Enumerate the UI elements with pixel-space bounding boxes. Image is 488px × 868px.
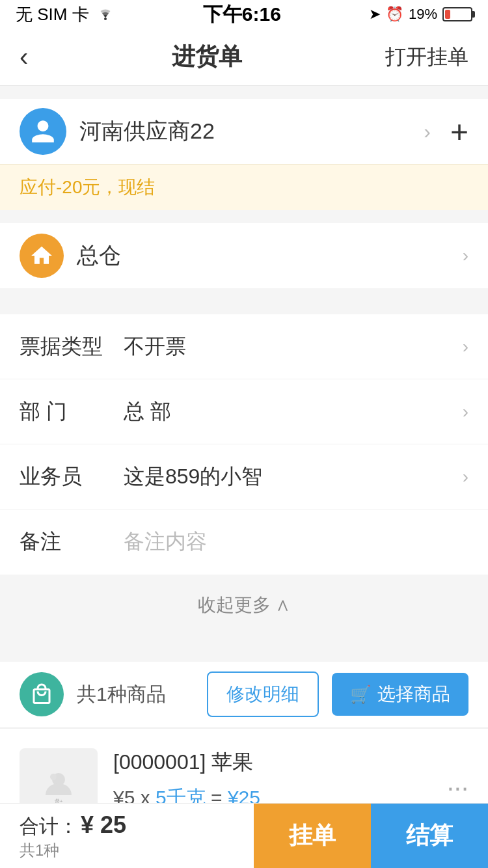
product-count-label: 共1种商品 — [77, 681, 194, 708]
collapse-row[interactable]: 收起更多 ∧ — [0, 575, 488, 636]
warehouse-label: 总仓 — [77, 241, 463, 271]
page-title: 进货单 — [172, 41, 242, 73]
salesperson-chevron-icon: › — [463, 467, 468, 487]
invoice-value: 不开票 — [111, 332, 463, 361]
shopping-bag-icon — [30, 683, 53, 706]
warehouse-row[interactable]: 总仓 › — [0, 223, 488, 288]
bottom-bar: 合计： ¥ 25 共1种 挂单 结算 — [0, 803, 488, 868]
form-row-remark[interactable]: 备注 备注内容 — [0, 509, 488, 575]
svg-point-0 — [104, 18, 107, 20]
settle-button[interactable]: 结算 — [371, 804, 488, 868]
product-info: [0000001] 苹果 ¥5 x 5千克 = ¥25 — [113, 748, 447, 811]
battery-percent: 19% — [409, 6, 437, 23]
nav-bar: ‹ 进货单 打开挂单 — [0, 29, 488, 86]
total-section: 合计： ¥ 25 共1种 — [0, 811, 254, 861]
status-right: ➤ ⏰ 19% — [369, 6, 472, 23]
product-icon-circle — [20, 672, 64, 716]
gap-2 — [0, 210, 488, 223]
select-product-label: 选择商品 — [377, 682, 450, 707]
product-name: [0000001] 苹果 — [113, 748, 447, 777]
remark-input[interactable]: 备注内容 — [111, 528, 468, 556]
warehouse-card: 总仓 › — [0, 223, 488, 288]
add-button[interactable]: + — [450, 114, 468, 150]
product-code: [0000001] — [113, 750, 206, 774]
status-time: 下午6:16 — [203, 1, 281, 28]
status-bar: 无 SIM 卡 下午6:16 ➤ ⏰ 19% — [0, 0, 488, 29]
supplier-avatar — [20, 108, 66, 155]
invoice-chevron-icon: › — [463, 336, 468, 357]
open-hang-button[interactable]: 打开挂单 — [385, 43, 468, 72]
cart-icon: 🛒 — [350, 685, 371, 705]
product-title: 苹果 — [211, 750, 253, 774]
location-icon: ➤ — [369, 6, 381, 23]
product-thumb-icon: 督+ — [38, 766, 79, 808]
gap-3 — [0, 288, 488, 301]
svg-point-2 — [50, 774, 57, 780]
form-section: 票据类型 不开票 › 部 门 总 部 › 业务员 这是859的小智 › 备注 备… — [0, 314, 488, 575]
carrier-text: 无 SIM 卡 — [16, 3, 89, 26]
remark-label: 备注 — [20, 528, 111, 556]
gap-4 — [0, 636, 488, 649]
total-amount: ¥ 25 — [81, 811, 126, 839]
more-button[interactable]: ··· — [447, 773, 468, 802]
gap-1 — [0, 86, 488, 99]
select-product-button[interactable]: 🛒 选择商品 — [332, 673, 468, 716]
back-button[interactable]: ‹ — [20, 42, 28, 72]
salesperson-label: 业务员 — [20, 463, 111, 491]
status-carrier: 无 SIM 卡 — [16, 3, 115, 26]
products-header: 共1种商品 修改明细 🛒 选择商品 — [0, 662, 488, 727]
edit-detail-button[interactable]: 修改明细 — [207, 671, 319, 717]
invoice-label: 票据类型 — [20, 332, 111, 361]
supplier-chevron-icon: › — [424, 120, 431, 144]
salesperson-value: 这是859的小智 — [111, 463, 463, 491]
supplier-row[interactable]: 河南供应商22 › + — [0, 99, 488, 164]
alarm-icon: ⏰ — [386, 6, 403, 23]
collapse-label: 收起更多 ∧ — [198, 595, 291, 615]
form-row-invoice[interactable]: 票据类型 不开票 › — [0, 314, 488, 379]
battery-icon — [442, 7, 472, 21]
department-chevron-icon: › — [463, 401, 468, 422]
hang-button[interactable]: 挂单 — [254, 804, 371, 868]
form-row-department[interactable]: 部 门 总 部 › — [0, 379, 488, 444]
home-icon — [29, 243, 54, 268]
warehouse-chevron-icon: › — [463, 245, 468, 266]
department-label: 部 门 — [20, 398, 111, 426]
info-banner: 应付-20元，现结 — [0, 164, 488, 210]
supplier-name: 河南供应商22 — [79, 116, 424, 146]
department-value: 总 部 — [111, 398, 463, 426]
total-label: 合计： — [20, 813, 78, 840]
warehouse-icon-circle — [20, 234, 64, 278]
person-icon — [29, 118, 57, 145]
supplier-card: 河南供应商22 › + 应付-20元，现结 — [0, 99, 488, 210]
total-count: 共1种 — [20, 840, 234, 861]
wifi-icon — [96, 5, 115, 25]
form-row-salesperson[interactable]: 业务员 这是859的小智 › — [0, 444, 488, 509]
